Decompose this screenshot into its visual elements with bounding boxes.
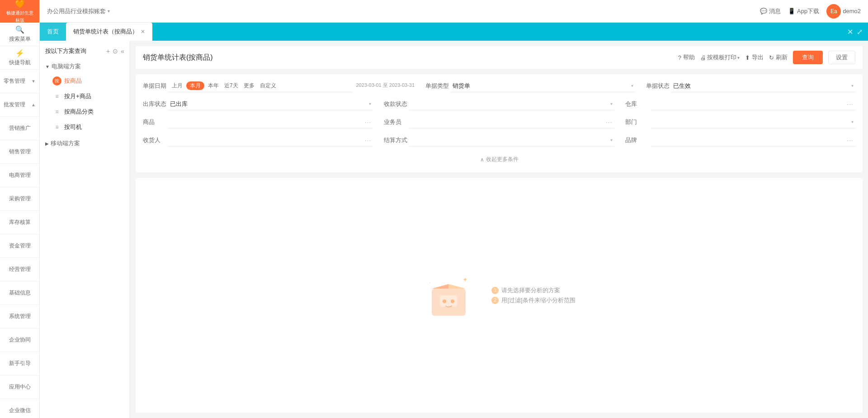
date-more[interactable]: 更多 <box>242 81 256 90</box>
step1-text: 请先选择要分析的方案 <box>501 286 560 294</box>
salesperson-control[interactable]: ··· <box>409 116 614 128</box>
dept-control[interactable]: ▾ <box>651 116 855 128</box>
doc-status-dropdown-icon[interactable]: ▾ <box>851 83 854 88</box>
collection-control[interactable]: ▾ <box>409 98 614 110</box>
scheme-group-pc-header[interactable]: ▼ 电脑端方案 <box>40 60 130 73</box>
industry-selector[interactable]: 办公用品行业模拟账套 ▾ <box>47 7 110 15</box>
sidebar-item-corpwechat[interactable]: 企业微信 <box>0 399 39 418</box>
sidebar-ecommerce-label: 电商管理 <box>9 171 31 179</box>
settlement-control[interactable]: ▾ <box>409 134 614 147</box>
sidebar-item-purchase[interactable]: 采购管理 <box>0 187 39 211</box>
recipient-label: 收货人 <box>143 136 168 144</box>
left-panel-actions: + ⊙ « <box>106 48 124 55</box>
logo-icon: 🧡 <box>15 0 25 9</box>
settlement-dropdown-icon[interactable]: ▾ <box>610 138 613 142</box>
sidebar-sales-label: 销售管理 <box>9 148 31 156</box>
sidebar-item-sales[interactable]: 销售管理 <box>0 140 39 164</box>
sidebar-newbie-label: 新手引导 <box>9 360 31 367</box>
collapse-panel-icon[interactable]: « <box>121 48 124 55</box>
sidebar-item-marketing[interactable]: 营销推广 <box>0 117 39 140</box>
date-custom[interactable]: 自定义 <box>258 81 278 90</box>
dept-label: 部门 <box>625 118 651 126</box>
brand-control[interactable]: ··· <box>651 134 855 147</box>
svg-text:✦: ✦ <box>462 276 468 283</box>
add-scheme-icon[interactable]: + <box>106 48 110 55</box>
warehouse-dots-icon[interactable]: ··· <box>847 100 854 108</box>
sidebar-item-retail[interactable]: 零售管理 ▼ <box>0 70 39 93</box>
collapse-filters-button[interactable]: ∧ 收起更多条件 <box>143 152 855 167</box>
quicknav-icon: ⚡ <box>15 49 24 57</box>
sidebar-item-finance[interactable]: 资金管理 <box>0 234 39 258</box>
warehouse-control[interactable]: ··· <box>651 98 855 110</box>
sidebar-item-newbie[interactable]: 新手引导 <box>0 352 39 375</box>
recipient-dots-icon[interactable]: ··· <box>365 137 372 144</box>
tab-sales-stat[interactable]: 销货单统计表（按商品） ✕ <box>66 23 152 41</box>
sidebar-corpwechat-label: 企业微信 <box>9 407 31 414</box>
scheme-item-by-month-product[interactable]: ≡ 按月+商品 <box>40 89 130 104</box>
scheme-item-by-cashier[interactable]: ≡ 按司机 <box>40 119 130 135</box>
step1-num: 1 <box>491 287 499 294</box>
refresh-button[interactable]: ↻ 刷新 <box>769 53 788 62</box>
print-icon: 🖨 <box>700 54 706 61</box>
doc-status-control[interactable]: 已生效 ▾ <box>671 80 855 92</box>
tab-home[interactable]: 首页 <box>40 23 66 41</box>
sidebar-item-enterprise[interactable]: 企业协同 <box>0 328 39 352</box>
sidebar-item-search[interactable]: 🔍 搜索菜单 <box>0 23 39 46</box>
scheme-group-mobile-label: 移动端方案 <box>51 139 80 147</box>
recipient-control[interactable]: ··· <box>168 134 373 147</box>
page-title: 销货单统计表(按商品) <box>143 53 213 62</box>
scheme-group-pc-label: 电脑端方案 <box>52 62 81 71</box>
doc-type-label: 单据类型 <box>425 82 451 90</box>
print-button[interactable]: 🖨 按模板打印 ▾ <box>700 53 740 62</box>
doc-type-dropdown-icon[interactable]: ▾ <box>631 83 633 88</box>
doc-type-control[interactable]: 销货单 ▾ <box>451 80 635 92</box>
user-profile[interactable]: Ea demo2 <box>826 4 861 19</box>
settings-scheme-icon[interactable]: ⊙ <box>113 48 118 55</box>
scheme-item-by-product[interactable]: 按 按商品 <box>40 73 130 89</box>
sidebar-item-basic[interactable]: 基础信息 <box>0 281 39 305</box>
sidebar-item-wholesale[interactable]: 批发管理 ▲ <box>0 93 39 117</box>
out-status-control[interactable]: 已出库 ▾ <box>168 98 373 110</box>
salesperson-dots-icon[interactable]: ··· <box>606 119 613 126</box>
sidebar-item-operations[interactable]: 经营管理 <box>0 258 39 281</box>
sidebar-item-inventory[interactable]: 库存核算 <box>0 211 39 234</box>
filter-date: 单据日期 上月 本月 本年 近7天 更多 自定义 <box>143 80 352 92</box>
sidebar-item-quicknav[interactable]: ⚡ 快捷导航 <box>0 46 39 70</box>
scheme-group-pc: ▼ 电脑端方案 按 按商品 ≡ 按月+商品 ≡ 按商品分类 <box>40 60 130 135</box>
filter-row-4: 收货人 ··· 结算方式 ▾ 品牌 <box>143 134 855 147</box>
app-download-button[interactable]: 📱 App下载 <box>788 7 819 15</box>
tab-close-icon[interactable]: ✕ <box>141 28 145 35</box>
settings-button[interactable]: 设置 <box>828 51 855 64</box>
tab-expand-icon[interactable]: ⤢ <box>857 28 863 36</box>
left-panel: 按以下方案查询 + ⊙ « ▼ 电脑端方案 按 按商品 <box>40 41 130 418</box>
dept-dropdown-icon[interactable]: ▾ <box>851 119 854 124</box>
doc-status-value: 已生效 <box>673 82 849 90</box>
date-last7[interactable]: 近7天 <box>222 81 240 90</box>
sidebar-item-system[interactable]: 系统管理 <box>0 305 39 328</box>
warehouse-label: 仓库 <box>625 100 651 108</box>
brand-dots-icon[interactable]: ··· <box>847 137 854 144</box>
out-status-dropdown-icon[interactable]: ▾ <box>369 101 371 106</box>
date-this-month[interactable]: 本月 <box>186 81 204 90</box>
scheme-item-by-product-cat[interactable]: ≡ 按商品分类 <box>40 104 130 119</box>
date-this-year[interactable]: 本年 <box>206 81 221 90</box>
print-dropdown-icon[interactable]: ▾ <box>737 55 740 60</box>
scheme-group-mobile-header[interactable]: ▶ 移动端方案 <box>40 137 130 150</box>
export-button[interactable]: ⬆ 导出 <box>745 53 764 62</box>
collection-dropdown-icon[interactable]: ▾ <box>610 101 613 106</box>
message-label: 消息 <box>769 7 781 15</box>
industry-name: 办公用品行业模拟账套 <box>47 7 106 15</box>
print-label: 按模板打印 <box>707 53 736 62</box>
product-dots-icon[interactable]: ··· <box>365 119 372 126</box>
sidebar-item-ecommerce[interactable]: 电商管理 <box>0 164 39 187</box>
product-control[interactable]: ··· <box>168 116 373 128</box>
help-icon: ? <box>678 54 681 61</box>
sidebar-item-appcenter[interactable]: 应用中心 <box>0 375 39 399</box>
message-button[interactable]: 💬 消息 <box>760 7 781 15</box>
tab-close-all-icon[interactable]: ✕ <box>847 28 853 36</box>
date-last-month[interactable]: 上月 <box>170 81 184 90</box>
filter-row-2: 出库状态 已出库 ▾ 收款状态 ▾ 仓库 <box>143 98 855 110</box>
query-button[interactable]: 查询 <box>793 51 823 64</box>
help-button[interactable]: ? 帮助 <box>678 53 695 62</box>
header-right: 💬 消息 📱 App下载 Ea demo2 <box>760 4 861 19</box>
